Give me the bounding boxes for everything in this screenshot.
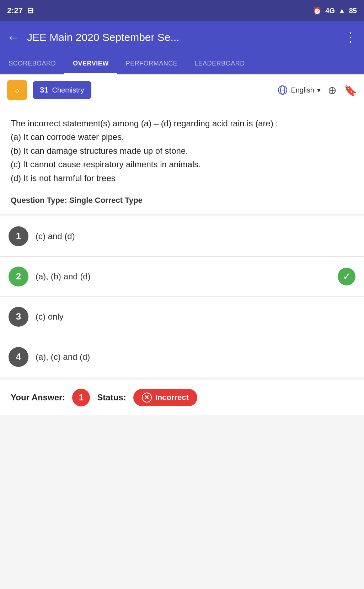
sim-icon: ⊟: [27, 6, 33, 15]
tab-overview[interactable]: OVERVIEW: [64, 53, 117, 74]
your-answer-label: Your Answer:: [11, 393, 65, 403]
option-row-1[interactable]: 1 (c) and (d): [0, 216, 364, 257]
your-answer-badge: 1: [72, 389, 90, 406]
status-bar-right: ⏰ 4G ▲ 85: [313, 6, 357, 15]
option-text-2: (a), (b) and (d): [36, 272, 331, 282]
option-row-4[interactable]: 4 (a), (c) and (d): [0, 337, 364, 377]
language-label: English: [291, 86, 314, 94]
signal-icon: ▲: [338, 7, 346, 15]
bookmark-button[interactable]: 🔖: [344, 84, 357, 96]
language-selector[interactable]: English ▾: [277, 85, 321, 95]
option-number-3: 3: [9, 307, 28, 327]
option-number-4: 4: [9, 347, 28, 367]
question-number: 31: [40, 85, 48, 95]
incorrect-text: Incorrect: [155, 393, 189, 402]
question-content: The incorrect statement(s) among (a) – (…: [0, 106, 364, 214]
battery-display: 85: [349, 7, 357, 15]
alarm-icon: ⏰: [313, 6, 322, 15]
zoom-button[interactable]: ⊕: [328, 84, 337, 96]
option-text-1: (c) and (d): [36, 231, 355, 241]
tab-performance[interactable]: PERFORMANCE: [117, 53, 186, 74]
tab-scoreboard[interactable]: SCOREBOARD: [0, 53, 64, 74]
option-number-2: 2: [9, 267, 28, 286]
question-type-value: Single Correct Type: [69, 196, 143, 205]
incorrect-badge: ✕ Incorrect: [133, 389, 197, 406]
status-bar-left: 2:27 ⊟: [7, 6, 33, 15]
app-bar-title: JEE Main 2020 September Se...: [27, 31, 344, 43]
filter-icon: ⬦: [14, 84, 20, 96]
globe-icon: [277, 85, 288, 95]
tab-leaderboard[interactable]: LEADERBOARD: [186, 53, 253, 74]
option-number-1: 1: [9, 226, 28, 246]
option-text-3: (c) only: [36, 312, 355, 322]
option-row-2[interactable]: 2 (a), (b) and (d) ✓: [0, 257, 364, 297]
question-text: The incorrect statement(s) among (a) – (…: [11, 117, 353, 185]
status-bar: 2:27 ⊟ ⏰ 4G ▲ 85: [0, 0, 364, 21]
answer-bar: Your Answer: 1 Status: ✕ Incorrect: [0, 380, 364, 415]
chapter-name: Chemistry: [52, 86, 84, 94]
network-label: 4G: [325, 7, 335, 15]
more-options-button[interactable]: ⋮: [344, 30, 357, 45]
correct-tick-icon: ✓: [338, 268, 355, 285]
app-bar: ← JEE Main 2020 September Se... ⋮: [0, 21, 364, 53]
toolbar-right: English ▾ ⊕ 🔖: [277, 84, 357, 96]
question-type-label: Question Type: Single Correct Type: [11, 196, 353, 205]
chapter-badge: 31 Chemistry: [33, 81, 91, 99]
language-chevron: ▾: [317, 86, 321, 94]
question-toolbar: ⬦ 31 Chemistry English ▾ ⊕ 🔖: [0, 74, 364, 106]
option-text-4: (a), (c) and (d): [36, 352, 355, 362]
status-label: Status:: [97, 393, 126, 403]
back-button[interactable]: ←: [7, 30, 20, 45]
options-container: 1 (c) and (d) 2 (a), (b) and (d) ✓ 3 (c)…: [0, 216, 364, 377]
time-display: 2:27: [7, 6, 23, 15]
filter-button[interactable]: ⬦: [7, 80, 27, 100]
incorrect-x-icon: ✕: [142, 393, 152, 403]
option-row-3[interactable]: 3 (c) only: [0, 297, 364, 337]
tab-bar: SCOREBOARD OVERVIEW PERFORMANCE LEADERBO…: [0, 53, 364, 74]
